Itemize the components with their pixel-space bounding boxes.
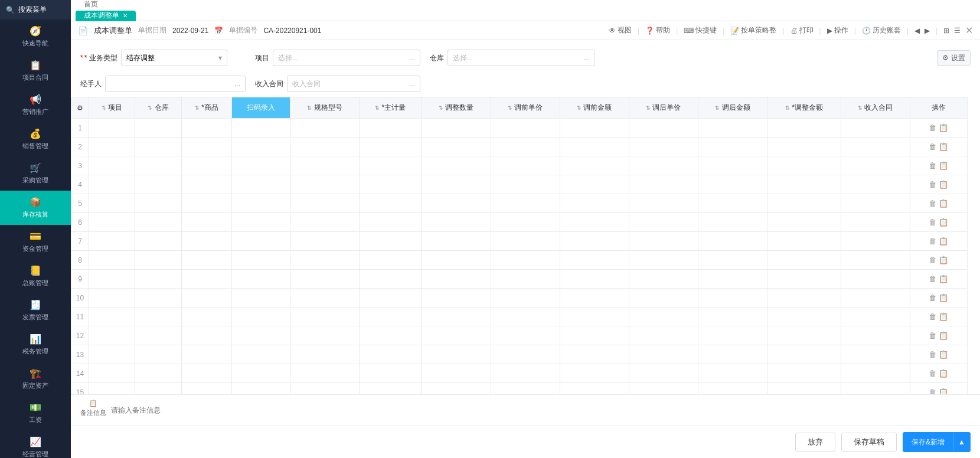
- cell-project[interactable]: [89, 270, 135, 289]
- cell-before-price[interactable]: [491, 156, 560, 175]
- tab-home[interactable]: 首页: [76, 0, 136, 11]
- cell-before-amount[interactable]: [560, 345, 629, 364]
- cell-adjust-amount[interactable]: [767, 364, 841, 383]
- cell-unit[interactable]: [360, 383, 422, 395]
- cell-scan[interactable]: [232, 251, 290, 270]
- cell-project[interactable]: [89, 251, 135, 270]
- delete-icon[interactable]: 🗑: [929, 312, 936, 321]
- cell-product[interactable]: [181, 383, 232, 395]
- sort-icon[interactable]: ⇅: [646, 105, 651, 111]
- cell-after-amount[interactable]: [698, 289, 767, 307]
- cell-before-price[interactable]: [491, 213, 560, 232]
- cell-product[interactable]: [181, 119, 232, 138]
- cell-scan[interactable]: [232, 326, 290, 345]
- copy-icon[interactable]: 📋: [939, 123, 948, 132]
- project-input[interactable]: 选择... ...: [273, 50, 420, 66]
- cell-product[interactable]: [181, 326, 232, 345]
- cell-after-amount[interactable]: [698, 345, 767, 364]
- cell-unit[interactable]: [360, 138, 422, 156]
- cell-income-contract[interactable]: [841, 213, 910, 232]
- cell-adjust-amount[interactable]: [767, 383, 841, 395]
- cell-before-price[interactable]: [491, 345, 560, 364]
- cell-product[interactable]: [181, 270, 232, 289]
- cell-product[interactable]: [181, 213, 232, 232]
- cell-adjust-qty[interactable]: [422, 326, 491, 345]
- cell-project[interactable]: [89, 213, 135, 232]
- cell-spec[interactable]: [290, 251, 360, 270]
- sidebar-item-fixed-assets[interactable]: 🏗️固定资产: [0, 362, 71, 396]
- copy-icon[interactable]: 📋: [939, 388, 948, 394]
- cell-after-amount[interactable]: [698, 194, 767, 213]
- sidebar-item-inventory[interactable]: 📦库存核算: [0, 191, 71, 225]
- copy-icon[interactable]: 📋: [939, 180, 948, 189]
- cell-adjust-amount[interactable]: [767, 213, 841, 232]
- cell-income-contract[interactable]: [841, 232, 910, 251]
- cell-unit[interactable]: [360, 326, 422, 345]
- cell-income-contract[interactable]: [841, 156, 910, 175]
- cell-after-price[interactable]: [629, 194, 698, 213]
- cell-income-contract[interactable]: [841, 138, 910, 156]
- cell-before-amount[interactable]: [560, 119, 629, 138]
- cell-adjust-qty[interactable]: [422, 138, 491, 156]
- cell-project[interactable]: [89, 138, 135, 156]
- cell-before-amount[interactable]: [560, 307, 629, 326]
- cell-before-price[interactable]: [491, 289, 560, 307]
- batch-btn[interactable]: 📝 按单策略整: [730, 25, 776, 35]
- copy-icon[interactable]: 📋: [939, 142, 948, 151]
- cell-adjust-amount[interactable]: [767, 251, 841, 270]
- cell-product[interactable]: [181, 138, 232, 156]
- cell-before-amount[interactable]: [560, 251, 629, 270]
- list-view-btn[interactable]: ☰: [954, 27, 961, 35]
- cell-project[interactable]: [89, 307, 135, 326]
- cell-income-contract[interactable]: [841, 383, 910, 395]
- cell-adjust-qty[interactable]: [422, 270, 491, 289]
- cell-income-contract[interactable]: [841, 289, 910, 307]
- copy-icon[interactable]: 📋: [939, 350, 948, 359]
- settings-btn[interactable]: ⚙ 设置: [937, 50, 971, 66]
- cell-after-price[interactable]: [629, 251, 698, 270]
- cell-before-price[interactable]: [491, 251, 560, 270]
- cell-adjust-amount[interactable]: [767, 119, 841, 138]
- save-new-arrow[interactable]: ▲: [953, 433, 970, 452]
- sidebar-item-purchase-mgmt[interactable]: 🛒采购管理: [0, 156, 71, 191]
- cell-spec[interactable]: [290, 270, 360, 289]
- cell-adjust-amount[interactable]: [767, 345, 841, 364]
- cell-scan[interactable]: [232, 289, 290, 307]
- sidebar-item-tax-mgmt[interactable]: 📊税务管理: [0, 328, 71, 362]
- business-type-select[interactable]: 结存调整 ▾: [121, 50, 227, 66]
- copy-icon[interactable]: 📋: [939, 312, 948, 321]
- cell-product[interactable]: [181, 175, 232, 194]
- cell-project[interactable]: [89, 175, 135, 194]
- cell-after-amount[interactable]: [698, 307, 767, 326]
- cell-adjust-qty[interactable]: [422, 364, 491, 383]
- cell-spec[interactable]: [290, 364, 360, 383]
- cell-scan[interactable]: [232, 156, 290, 175]
- cell-unit[interactable]: [360, 289, 422, 307]
- cell-product[interactable]: [181, 194, 232, 213]
- cell-warehouse[interactable]: [135, 156, 181, 175]
- cell-after-price[interactable]: [629, 138, 698, 156]
- cell-before-amount[interactable]: [560, 213, 629, 232]
- cell-after-amount[interactable]: [698, 175, 767, 194]
- cell-after-amount[interactable]: [698, 156, 767, 175]
- sidebar-item-sales-mgmt[interactable]: 💰销售管理: [0, 122, 71, 156]
- copy-icon[interactable]: 📋: [939, 256, 948, 264]
- cell-product[interactable]: [181, 232, 232, 251]
- cell-project[interactable]: [89, 364, 135, 383]
- cell-unit[interactable]: [360, 345, 422, 364]
- handler-input[interactable]: ...: [105, 76, 246, 92]
- cell-adjust-qty[interactable]: [422, 383, 491, 395]
- cell-after-price[interactable]: [629, 307, 698, 326]
- delete-icon[interactable]: 🗑: [929, 218, 936, 227]
- cell-unit[interactable]: [360, 364, 422, 383]
- cell-before-price[interactable]: [491, 232, 560, 251]
- copy-icon[interactable]: 📋: [939, 218, 948, 227]
- tab-close-btn[interactable]: ✕: [123, 12, 128, 19]
- doc-date-edit-icon[interactable]: 📅: [214, 27, 223, 35]
- cell-income-contract[interactable]: [841, 194, 910, 213]
- copy-icon[interactable]: 📋: [939, 369, 948, 378]
- cell-warehouse[interactable]: [135, 289, 181, 307]
- cell-after-amount[interactable]: [698, 251, 767, 270]
- sort-icon[interactable]: ⇅: [508, 105, 512, 111]
- cell-before-price[interactable]: [491, 119, 560, 138]
